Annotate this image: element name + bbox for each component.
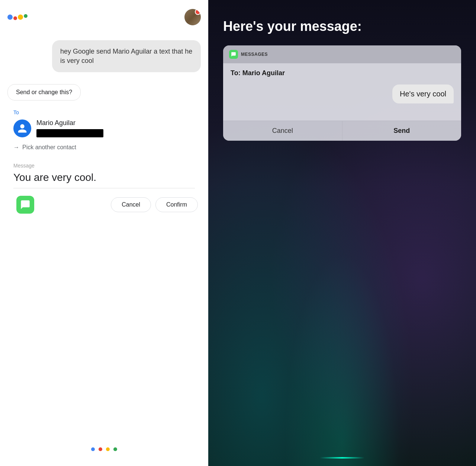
message-label: Message [13,163,195,169]
siri-send-button[interactable]: Send [342,121,461,141]
top-bar [7,9,201,25]
pagination-dots [91,447,117,451]
send-change-prompt: Send or change this? [7,84,81,100]
messages-badge-icon [229,50,238,59]
siri-title: Here's your message: [223,19,461,34]
message-preview-text: He's very cool [400,90,446,98]
google-logo [7,14,28,20]
google-dot-green [24,14,28,18]
cancel-button[interactable]: Cancel [111,197,151,212]
contact-name: Mario Aguilar [36,119,103,127]
google-dot-yellow [18,15,23,20]
google-assistant-panel: hey Google send Mario Aguilar a text tha… [0,0,208,466]
pick-another-label: Pick another contact [22,144,76,151]
redacted-phone [36,129,103,137]
send-change-text: Send or change this? [16,89,72,95]
user-query-text: hey Google send Mario Aguilar a text tha… [60,48,192,64]
messages-confirmation-card: MESSAGES To: Mario Aguilar He's very coo… [223,45,461,141]
action-buttons-group: Cancel Confirm [111,197,198,212]
confirm-button[interactable]: Confirm [155,197,198,212]
google-dot-blue [7,15,13,20]
user-avatar[interactable] [184,9,201,25]
siri-waveform [320,457,364,459]
arrow-icon: → [13,144,19,151]
messages-card-footer: Cancel Send [223,121,461,141]
google-dot-red [13,16,17,20]
messages-app-icon [16,196,34,214]
bottom-actions-bar: Cancel Confirm [16,196,198,214]
message-section: Message You are very cool. [13,163,195,196]
siri-cancel-button[interactable]: Cancel [223,121,342,141]
messages-card-body: To: Mario Aguilar He's very cool [223,63,461,121]
avatar-image [184,9,201,25]
messages-header-label: MESSAGES [241,52,268,57]
pick-another-contact[interactable]: → Pick another contact [13,144,76,151]
to-section-label: To [13,109,19,115]
page-dot-1 [91,447,95,451]
messages-card-header: MESSAGES [223,45,461,63]
message-divider [13,188,195,188]
contact-details: Mario Aguilar [36,119,103,137]
user-query-bubble: hey Google send Mario Aguilar a text tha… [52,40,201,72]
page-dot-2 [99,447,102,451]
siri-content: Here's your message: MESSAGES To: Mario … [223,19,461,141]
to-recipient-line: To: Mario Aguilar [231,69,454,77]
message-preview-bubble: He's very cool [392,84,454,103]
page-dot-4 [113,447,117,451]
page-dot-3 [106,447,110,451]
message-body-text: You are very cool. [13,172,195,183]
contact-avatar-icon [13,119,31,137]
contact-row: Mario Aguilar [13,119,103,137]
siri-panel: Here's your message: MESSAGES To: Mario … [208,0,476,466]
